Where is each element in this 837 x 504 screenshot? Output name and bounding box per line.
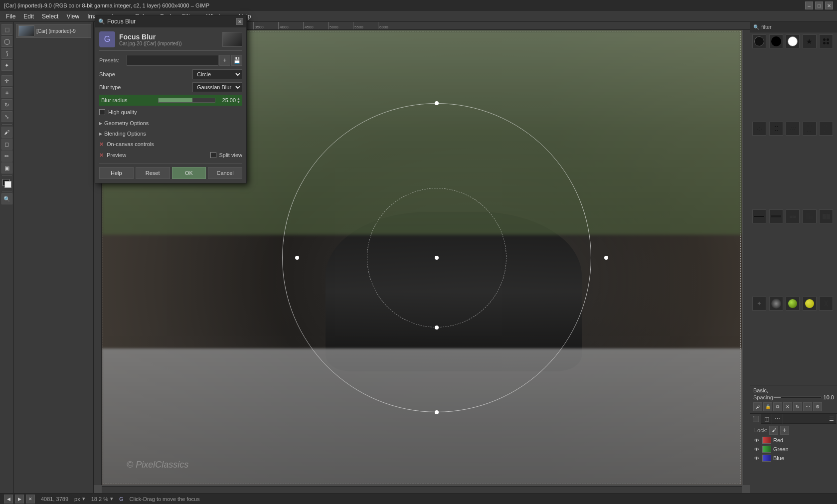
layer-thumbnail-item[interactable]: [Car] (imported)-9 [16,24,91,38]
presets-dropdown[interactable] [127,55,218,66]
brush-texture-3[interactable]: ▓▓ [819,209,833,223]
dialog-title-icon: 🔍 [98,18,105,25]
brush-hardness-100[interactable] [769,34,783,48]
blur-radius-spinner[interactable]: ▲ ▼ [237,97,240,104]
road [102,348,742,485]
paint-icon-btn[interactable]: 🖌 [753,402,762,411]
high-quality-checkbox[interactable] [99,109,105,115]
blur-radius-number[interactable]: 25.00 [222,97,236,103]
lock-pos-btn[interactable]: ✛ [780,426,789,435]
brush-scatter-2[interactable]: ⁚⁚ [769,122,783,136]
brush-line-1[interactable] [752,209,766,223]
menu-select[interactable]: Select [38,12,62,21]
tool-paintbrush[interactable]: 🖌 [1,127,12,138]
dialog-titlebar[interactable]: 🔍 Focus Blur ✕ [95,15,246,27]
canvas-horizontal-scrollbar[interactable] [102,486,742,493]
filter-text[interactable]: filter [761,24,772,30]
spin-down-icon[interactable]: ▼ [237,100,240,104]
layer-row-red[interactable]: 👁 Red [751,436,836,445]
more-icon-btn[interactable]: ⋯ [803,402,812,411]
brush-special-1[interactable]: ✦ [752,297,766,311]
unit-value: px [74,496,80,502]
layers-tab-settings[interactable]: ☰ [826,414,837,424]
tool-zoom[interactable]: 🔍 [1,193,12,204]
split-view-checkbox[interactable] [210,152,216,158]
menu-file[interactable]: File [2,12,19,21]
tool-ellipse-select[interactable]: ◯ [1,36,12,47]
copy-icon-btn[interactable]: ⧉ [773,402,782,411]
preview-x-icon[interactable]: ✕ [99,152,104,159]
brush-dots[interactable] [819,34,833,48]
menu-edit[interactable]: Edit [19,12,38,21]
tool-colors[interactable] [1,178,12,189]
brush-special-2[interactable] [769,297,783,311]
menu-view[interactable]: View [62,12,83,21]
zoom-dropdown-icon[interactable]: ▾ [110,496,113,502]
layers-tab-channels[interactable]: ◫ [761,414,772,424]
brush-spray[interactable]: ·· ·· · [803,122,817,136]
status-prev-btn[interactable]: ◀ [4,495,13,504]
brush-scatter-3[interactable]: ∴∵ [786,122,800,136]
spacing-bar[interactable] [773,396,822,398]
brush-scatter-4[interactable]: ···· [819,122,833,136]
blur-radius-slider[interactable] [158,98,216,103]
tool-rect-select[interactable]: ⬚ [1,24,12,35]
layer-row-blue[interactable]: 👁 Blue [751,454,836,463]
brush-texture-2[interactable]: ░░ [803,209,817,223]
background-color[interactable] [4,181,11,188]
refresh-icon-btn[interactable]: ↻ [793,402,802,411]
layer-eye-green[interactable]: 👁 [753,446,760,453]
tool-bucket-fill[interactable]: ▣ [1,163,12,173]
brush-scatter-1[interactable]: ·:· [752,122,766,136]
blur-radius-row: Blur radius 25.00 ▲ ▼ [99,95,242,106]
brush-white-circle[interactable] [786,34,800,48]
spin-up-icon[interactable]: ▲ [237,97,240,100]
canvas-vertical-scrollbar[interactable] [743,30,750,485]
lock-paint-btn[interactable]: 🖌 [769,426,778,435]
preset-save-button[interactable]: 💾 [231,55,242,66]
status-info-btn[interactable]: ✕ [26,495,35,504]
brush-hardness-050[interactable] [752,34,766,48]
layer-eye-red[interactable]: 👁 [753,437,760,444]
layer-row-green[interactable]: 👁 Green [751,445,836,454]
ok-button[interactable]: OK [172,167,206,179]
brush-special-5[interactable]: ╳ [819,297,833,311]
lock-icon-btn[interactable]: 🔒 [763,402,772,411]
brush-texture-1[interactable]: ≡≡ [786,209,800,223]
statusbar: ◀ ▶ ✕ 4081, 3789 px ▾ 18.2 % ▾ G Click-D… [0,493,837,504]
brush-apple-green[interactable] [786,297,800,311]
minimize-button[interactable]: – [805,1,813,9]
geometry-options-row[interactable]: ▶ Geometry Options [99,119,242,128]
tool-crop[interactable]: ⌗ [1,87,12,98]
tool-pencil[interactable]: ✏ [1,151,12,162]
help-button[interactable]: Help [99,167,134,179]
blending-options-row[interactable]: ▶ Blending Options [99,129,242,138]
unit-dropdown-icon[interactable]: ▾ [82,496,85,502]
tool-move[interactable]: ✛ [1,75,12,86]
layers-tab-more[interactable]: ⋯ [772,414,783,424]
brush-star[interactable]: ★ [803,34,817,48]
layers-tab-colors[interactable]: ⬛ [750,414,761,424]
titlebar-controls: – □ ✕ [805,1,833,9]
tool-scale[interactable]: ⤡ [1,111,12,122]
dialog-plugin-icon: G [99,31,115,47]
maximize-button[interactable]: □ [815,1,823,9]
tool-free-select[interactable]: ⟆ [1,48,12,59]
tool-eraser[interactable]: ◻ [1,139,12,150]
dialog-close-button[interactable]: ✕ [236,18,243,25]
brush-line-2[interactable] [769,209,783,223]
shape-dropdown[interactable]: Circle Rectangle Diamond [192,69,242,79]
delete-icon-btn[interactable]: ✕ [783,402,792,411]
cancel-button[interactable]: Cancel [208,167,242,179]
status-next-btn[interactable]: ▶ [15,495,24,504]
brush-apple-yellow[interactable] [803,297,817,311]
close-button[interactable]: ✕ [825,1,833,9]
tool-rotate[interactable]: ↻ [1,99,12,110]
tool-fuzzy-select[interactable]: ✦ [1,60,12,71]
on-canvas-x-icon[interactable]: ✕ [99,141,104,148]
reset-button[interactable]: Reset [136,167,170,179]
blur-type-dropdown[interactable]: Gaussian Blur Linear Blur Zoom Blur [192,82,242,92]
settings-icon-btn[interactable]: ⚙ [813,402,822,411]
layer-eye-blue[interactable]: 👁 [753,455,760,462]
preset-add-button[interactable]: + [219,55,230,66]
